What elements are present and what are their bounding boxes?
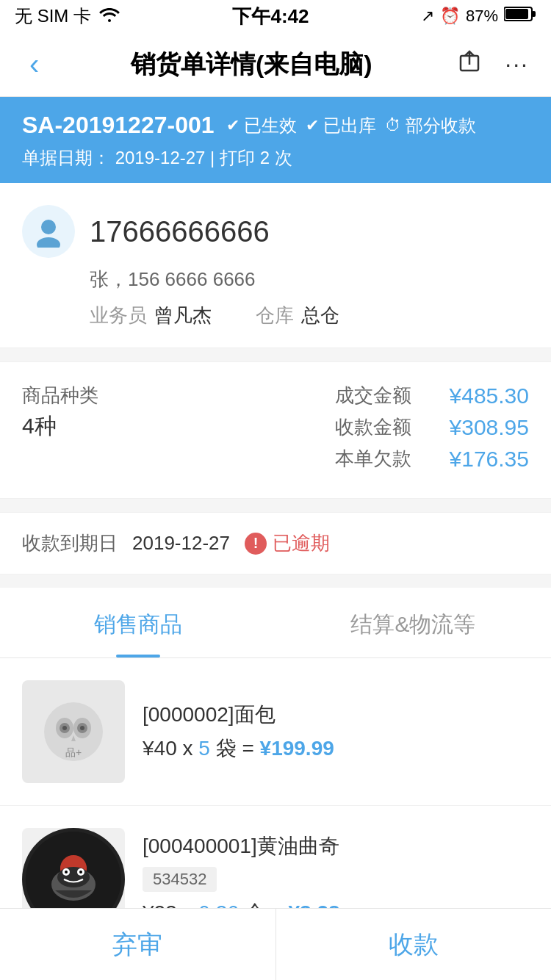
product-price-1: ¥40 x 5 袋 = ¥199.99 <box>143 735 529 763</box>
product-item: 品+ [0000002]面包 ¥40 x 5 袋 = ¥199.99 <box>0 658 551 806</box>
debt-value: ¥176.35 <box>426 447 529 472</box>
customer-phone: 17666666666 <box>90 215 270 248</box>
svg-point-12 <box>62 726 67 730</box>
overdue-icon: ! <box>245 533 267 555</box>
alarm-icon: ⏰ <box>440 7 460 26</box>
category-label: 商品种类 <box>22 383 98 408</box>
due-label: 收款到期日 <box>22 530 118 556</box>
order-id: SA-20191227-001 <box>22 112 215 139</box>
svg-point-13 <box>80 726 84 730</box>
order-banner: SA-20191227-001 ✔ 已生效 ✔ 已出库 ⏱ 部分收款 单据日期：… <box>0 97 551 183</box>
warehouse-name: 总仓 <box>301 303 339 328</box>
battery-icon <box>504 6 536 26</box>
location-icon: ↗ <box>421 7 434 26</box>
clock-icon: ⏱ <box>385 116 401 135</box>
product-name-2: [000400001]黄油曲奇 <box>143 832 529 860</box>
amount-value: ¥485.30 <box>426 383 529 408</box>
product-total-1: ¥199.99 <box>260 737 334 760</box>
tabs-section: 销售商品 结算&物流等 <box>0 588 551 658</box>
bottom-bar: 弃审 收款 <box>0 908 551 980</box>
received-label: 收款金额 <box>335 414 411 440</box>
overdue-badge: ! 已逾期 <box>245 530 330 556</box>
customer-name-phone: 张，156 6666 6666 <box>90 267 529 292</box>
check-icon-1: ✔ <box>226 116 240 135</box>
back-button[interactable]: ‹ <box>22 48 46 81</box>
abandon-review-button[interactable]: 弃审 <box>0 909 276 980</box>
nav-bar: ‹ 销货单详情(来自电脑) ··· <box>0 32 551 97</box>
debt-label: 本单欠款 <box>335 446 411 472</box>
warehouse-label: 仓库 <box>256 303 294 328</box>
status-bar-time: 下午4:42 <box>232 4 309 29</box>
tab-sales-items[interactable]: 销售商品 <box>0 588 276 657</box>
svg-point-24 <box>79 871 82 873</box>
product-badge-2: 534532 <box>143 867 217 892</box>
customer-avatar <box>22 205 75 258</box>
check-icon-2: ✔ <box>306 116 319 135</box>
summary-section: 商品种类 4种 成交金额 ¥485.30 收款金额 ¥308.95 本单欠款 ¥… <box>0 361 551 499</box>
product-name-1: [0000002]面包 <box>143 701 529 729</box>
amount-label: 成交金额 <box>335 383 411 408</box>
status-shipped: ✔ 已出库 <box>306 114 376 137</box>
agent-label: 业务员 <box>90 303 147 328</box>
status-bar-right: ↗ ⏰ 87% <box>421 6 536 26</box>
customer-section: 17666666666 张，156 6666 6666 业务员 曾凡杰 仓库 总… <box>0 183 551 348</box>
svg-rect-2 <box>505 9 528 19</box>
svg-text:品+: 品+ <box>65 746 82 758</box>
amount-info: 成交金额 ¥485.30 收款金额 ¥308.95 本单欠款 ¥176.35 <box>335 383 529 478</box>
status-tags: ✔ 已生效 ✔ 已出库 ⏱ 部分收款 <box>226 114 476 137</box>
status-effective: ✔ 已生效 <box>226 114 297 137</box>
tab-settlement[interactable]: 结算&物流等 <box>276 588 551 657</box>
product-placeholder-1: 品+ <box>22 680 125 783</box>
category-count: 4种 <box>22 411 98 442</box>
due-date: 2019-12-27 <box>132 532 230 555</box>
product-qty-1: 5 <box>198 737 210 760</box>
agent-name: 曾凡杰 <box>154 303 212 328</box>
status-bar-left: 无 SIM 卡 <box>15 4 120 28</box>
nav-icons: ··· <box>456 48 529 80</box>
collect-payment-button[interactable]: 收款 <box>276 909 552 980</box>
wifi-icon <box>98 6 120 26</box>
svg-point-6 <box>37 237 60 248</box>
category-info: 商品种类 4种 <box>22 383 98 442</box>
status-bar: 无 SIM 卡 下午4:42 ↗ ⏰ 87% <box>0 0 551 32</box>
status-partial-payment: ⏱ 部分收款 <box>385 114 476 137</box>
battery-text: 87% <box>466 7 498 26</box>
product-image-1: 品+ <box>22 680 125 783</box>
overdue-text: 已逾期 <box>273 530 330 556</box>
share-icon[interactable] <box>456 48 483 80</box>
received-value: ¥308.95 <box>426 415 529 440</box>
svg-point-5 <box>41 220 56 234</box>
svg-point-20 <box>57 867 90 887</box>
customer-meta: 业务员 曾凡杰 仓库 总仓 <box>90 303 529 328</box>
order-date-info: 单据日期： 2019-12-27 | 打印 2 次 <box>22 146 529 170</box>
page-title: 销货单详情(来自电脑) <box>131 48 372 82</box>
svg-rect-1 <box>532 11 536 17</box>
svg-point-23 <box>65 871 68 873</box>
carrier-text: 无 SIM 卡 <box>15 4 91 28</box>
due-section: 收款到期日 2019-12-27 ! 已逾期 <box>0 512 551 574</box>
product-info-1: [0000002]面包 ¥40 x 5 袋 = ¥199.99 <box>143 701 529 763</box>
more-icon[interactable]: ··· <box>505 51 529 78</box>
